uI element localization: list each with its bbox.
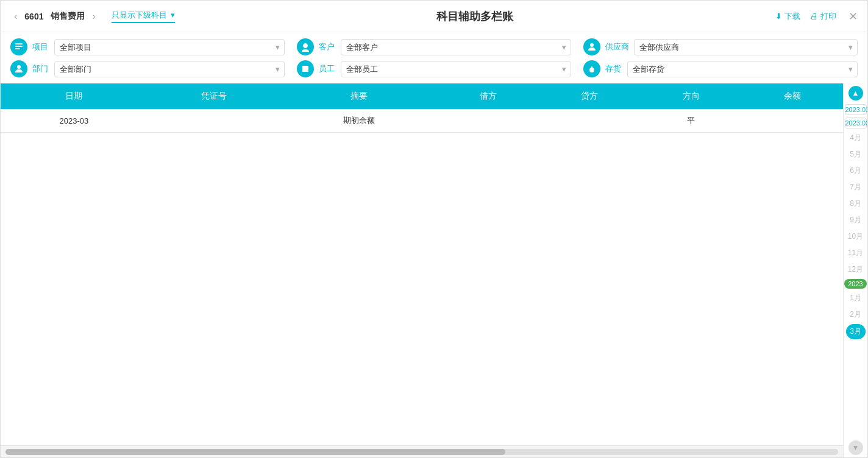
timeline-month-item[interactable]: 8月 [844,196,867,212]
customer-select[interactable]: 全部客户 [341,39,571,55]
col-debit: 借方 [438,83,539,109]
show-sub-label: 只显示下级科目 [112,10,167,21]
timeline-month-item[interactable]: 2023 [844,279,866,289]
timeline-month-item[interactable]: 2月 [844,306,867,323]
filter-panel: 项目 全部项目 客户 全部客户 供应商 [1,32,867,83]
title-bar: ‹ 6601 销售费用 › 只显示下级科目 ▾ 科目辅助多栏账 ⬇ 下载 🖨 打… [1,1,867,32]
print-btn[interactable]: 🖨 打印 [810,11,836,22]
filter-project: 项目 全部项目 [10,38,285,55]
svg-rect-2 [15,48,20,49]
account-code: 6601 [24,12,43,21]
department-select[interactable]: 全部部门 [54,61,285,77]
employee-select[interactable]: 全部员工 [341,61,571,77]
timeline-month-item[interactable]: 11月 [844,245,867,261]
timeline-panel: ▲ 2023.032023.034月5月6月7月8月9月10月11月12月202… [843,83,867,457]
col-date: 日期 [1,83,148,109]
timeline-month-item[interactable]: 10月 [844,228,867,245]
main-window: ‹ 6601 销售费用 › 只显示下级科目 ▾ 科目辅助多栏账 ⬇ 下载 🖨 打… [0,0,868,458]
col-balance: 余额 [742,83,843,109]
department-select-wrapper: 全部部门 [54,61,285,77]
timeline-month-item[interactable]: 7月 [844,179,867,196]
timeline-month-item[interactable]: 12月 [844,261,867,278]
svg-rect-0 [15,43,23,44]
close-btn[interactable]: ✕ [848,10,858,23]
table-header-row: 日期 凭证号 摘要 借方 贷方 方向 余额 [1,83,843,109]
timeline-scroll-down[interactable]: ▼ [848,440,863,455]
svg-rect-6 [304,67,307,68]
print-icon: 🖨 [810,12,818,21]
supplier-select[interactable]: 全部供应商 [634,39,858,55]
svg-rect-7 [304,69,306,71]
nav-prev-btn[interactable]: ‹ [10,9,21,24]
cell-debit [438,109,539,133]
print-label: 打印 [820,11,836,22]
inventory-icon [583,60,600,77]
project-icon [10,38,27,55]
svg-point-3 [590,43,594,47]
supplier-select-wrapper: 全部供应商 [634,39,858,55]
timeline-group-item[interactable]: 2023.03 [845,104,867,115]
inventory-select[interactable]: 全部存货 [627,61,858,77]
filter-supplier: 供应商 全部供应商 [583,38,858,55]
horizontal-scrollbar[interactable] [1,445,843,457]
table-row: 2023-03 期初余额 平 [1,109,843,133]
project-select-wrapper: 全部项目 [54,39,285,55]
show-sub-arrow: ▾ [171,10,175,19]
cell-summary: 期初余额 [281,109,438,133]
inventory-select-wrapper: 全部存货 [627,61,858,77]
timeline-month-item[interactable]: 4月 [844,130,867,146]
timeline-items: 2023.032023.034月5月6月7月8月9月10月11月12月20231… [844,103,867,438]
ledger-table: 日期 凭证号 摘要 借方 贷方 方向 余额 2023-03 期初余额 平 [1,83,843,133]
employee-label: 员工 [319,63,336,74]
filter-employee: 员工 全部员工 [297,60,571,77]
customer-label: 客户 [319,41,336,52]
svg-rect-5 [302,66,308,72]
timeline-scroll-up[interactable]: ▲ [848,86,863,100]
filter-customer: 客户 全部客户 [297,38,571,55]
svg-point-4 [17,65,21,69]
timeline-month-item[interactable]: 1月 [844,290,867,306]
col-summary: 摘要 [281,83,438,109]
department-label: 部门 [32,63,49,74]
col-voucher: 凭证号 [148,83,281,109]
cell-voucher [148,109,281,133]
page-title: 科目辅助多栏账 [175,9,775,24]
inventory-label: 存货 [605,63,622,74]
download-label: 下载 [784,11,800,22]
timeline-month-item[interactable]: 5月 [844,146,867,163]
nav-next-btn[interactable]: › [88,9,99,24]
department-icon [10,60,27,77]
filter-department: 部门 全部部门 [10,60,285,77]
cell-date: 2023-03 [1,109,148,133]
download-icon: ⬇ [775,12,782,21]
employee-icon [297,60,314,77]
show-sub-toggle[interactable]: 只显示下级科目 ▾ [112,10,175,23]
timeline-group-item[interactable]: 2023.03 [845,118,867,129]
timeline-month-item[interactable]: 3月 [846,324,866,339]
timeline-month-item[interactable]: 9月 [844,212,867,228]
project-label: 项目 [32,41,49,52]
customer-icon [297,38,314,55]
supplier-label: 供应商 [605,41,629,52]
download-btn[interactable]: ⬇ 下载 [775,11,800,22]
table-wrapper: 日期 凭证号 摘要 借方 贷方 方向 余额 2023-03 期初余额 平 [1,83,843,445]
project-select[interactable]: 全部项目 [54,39,285,55]
col-direction: 方向 [640,83,741,109]
account-name: 销售费用 [51,11,85,22]
employee-select-wrapper: 全部员工 [341,61,571,77]
supplier-icon [583,38,600,55]
svg-rect-1 [15,46,23,47]
timeline-month-item[interactable]: 6月 [844,163,867,179]
cell-balance [742,109,843,133]
cell-credit [539,109,640,133]
action-buttons: ⬇ 下载 🖨 打印 [775,11,836,22]
customer-select-wrapper: 全部客户 [341,39,571,55]
cell-direction: 平 [640,109,741,133]
col-credit: 贷方 [539,83,640,109]
filter-inventory: 存货 全部存货 [583,60,858,77]
